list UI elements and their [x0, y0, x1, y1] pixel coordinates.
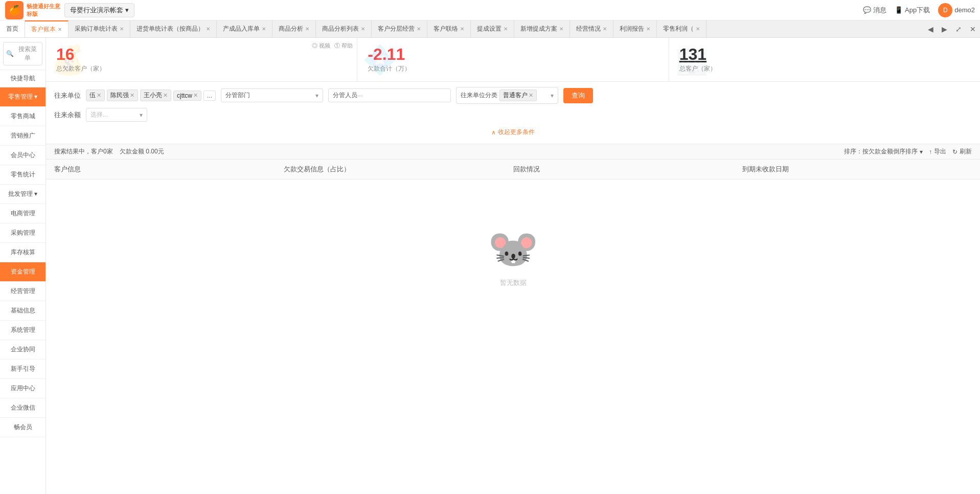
tab-inbound-stats[interactable]: 进货单统计表（按商品） ✕ [130, 20, 217, 38]
sidebar-item-enterprise-wechat[interactable]: 企业微信 [0, 398, 45, 418]
mention-settings-tab-close[interactable]: ✕ [504, 26, 508, 32]
purchase-order-tab-close[interactable]: ✕ [120, 26, 124, 32]
sidebar-item-member-center[interactable]: 会员中心 [0, 146, 45, 165]
stat-total-customers: 🏢 131 总客户（家） [669, 38, 980, 81]
sidebar-item-purchase-mgmt[interactable]: 采购管理 [0, 223, 45, 243]
sidebar-item-capital-mgmt[interactable]: 资金管理 [0, 262, 45, 282]
unit-type-label: 往来单位分类 [461, 91, 497, 100]
export-button[interactable]: ↑ 导出 [929, 147, 946, 156]
tab-home[interactable]: 首页 [0, 20, 25, 38]
collapse-filters-button[interactable]: ∧ 收起更多条件 [54, 126, 972, 139]
new-mention-tab-close[interactable]: ✕ [559, 26, 563, 32]
avatar: D [938, 3, 952, 17]
retail-profit-tab-close[interactable]: ✕ [696, 26, 700, 32]
inbound-stats-tab-label: 进货单统计表（按商品） [136, 25, 204, 33]
customer-type-tag-remove[interactable]: ✕ [529, 92, 533, 99]
sidebar-item-ecommerce[interactable]: 电商管理 [0, 204, 45, 223]
tab-next-icon[interactable]: ▶ [938, 25, 951, 33]
filter-tag-0[interactable]: 伍 ✕ [86, 89, 105, 101]
tab-customer-contact[interactable]: 客户联络 ✕ [427, 20, 471, 38]
tab-close-all-icon[interactable]: ✕ [966, 25, 980, 33]
sidebar-item-wholesale-mgmt[interactable]: 批发管理 ▾ [0, 185, 45, 204]
sidebar-item-inventory[interactable]: 库存核算 [0, 243, 45, 262]
app-download-button[interactable]: 📱 App下载 [895, 6, 930, 15]
refresh-button[interactable]: ↻ 刷新 [952, 147, 972, 156]
tab-product-analysis[interactable]: 商品分析 ✕ [272, 20, 316, 38]
sidebar-item-app-center[interactable]: 应用中心 [0, 379, 45, 398]
tab-product-analysis-list[interactable]: 商品分析列表 ✕ [316, 20, 372, 38]
filter-tag-2[interactable]: 王小亮 ✕ [140, 89, 171, 101]
accounts-tab-close[interactable]: ✕ [58, 27, 62, 32]
text-help-btn-1[interactable]: ① 帮助 [334, 42, 353, 50]
stat-debt-customers-label: 总欠款客户（家） [56, 64, 347, 73]
profit-report-tab-close[interactable]: ✕ [646, 26, 650, 32]
filter-tag-2-remove[interactable]: ✕ [163, 92, 168, 99]
tab-customer-tier[interactable]: 客户分层经营 ✕ [372, 20, 427, 38]
sidebar-item-basic-info[interactable]: 基础信息 [0, 301, 45, 321]
workspace-selector[interactable]: 母婴行业演示帐套 ▾ [64, 3, 134, 17]
unit-type-filter-select[interactable]: 往来单位分类 普通客户 ✕ ▾ [456, 87, 558, 104]
query-button[interactable]: 查询 [563, 88, 593, 103]
tab-cost-inbound[interactable]: 产成品入库单 ✕ [217, 20, 272, 38]
sidebar-item-ops-mgmt[interactable]: 经营管理 [0, 282, 45, 301]
tab-profit-report[interactable]: 利润报告 ✕ [613, 20, 657, 38]
logo: 🍊 畅捷通好生意 标版 [5, 1, 60, 19]
tab-retail-profit[interactable]: 零售利润（ ✕ [657, 20, 706, 38]
tab-accounts[interactable]: 客户账本 ✕ [25, 20, 69, 38]
stat-bg-coin-icon: 💰 [51, 43, 86, 76]
filter-more-btn[interactable]: ... [203, 91, 216, 101]
product-analysis-tab-close[interactable]: ✕ [305, 26, 309, 32]
dept-filter-label: 分管部门 [225, 91, 250, 100]
customer-type-tag[interactable]: 普通客户 ✕ [499, 89, 537, 101]
product-analysis-list-tab-close[interactable]: ✕ [361, 26, 365, 32]
export-icon: ↑ [929, 148, 932, 155]
search-menu-button[interactable]: 🔍 搜索菜单 [3, 42, 42, 65]
sidebar-item-retail-stats[interactable]: 零售统计 [0, 165, 45, 185]
sidebar-item-new-guide[interactable]: 新手引导 [0, 360, 45, 379]
operations-tab-label: 经营情况 [576, 25, 601, 33]
tab-mention-settings[interactable]: 提成设置 ✕ [471, 20, 514, 38]
tab-purchase-order[interactable]: 采购订单统计表 ✕ [69, 20, 130, 38]
customer-contact-tab-close[interactable]: ✕ [460, 26, 464, 32]
filter-tag-0-remove[interactable]: ✕ [97, 92, 101, 99]
sidebar-quick-nav[interactable]: 快捷导航 [0, 70, 45, 87]
sidebar-item-retail-mall[interactable]: 零售商城 [0, 107, 45, 126]
customer-tier-tab-close[interactable]: ✕ [417, 26, 421, 32]
sidebar-item-retail-mgmt[interactable]: 零售管理 ▾ [0, 87, 45, 107]
messages-button[interactable]: 💬 消息 [863, 6, 886, 15]
content-area: 💰 16 总欠款客户（家） ◎ 视频 ① 帮助 💠 -2.11 欠款合计（万） … [46, 38, 980, 494]
balance-filter-select[interactable]: 选择... ▾ [86, 108, 147, 122]
sidebar-item-system-mgmt[interactable]: 系统管理 [0, 321, 45, 340]
marketing-label: 营销推广 [11, 132, 35, 139]
tab-new-mention[interactable]: 新增提成方案 ✕ [514, 20, 570, 38]
filter-tag-1[interactable]: 陈民强 ✕ [107, 89, 138, 101]
main-area: 🔍 搜索菜单 快捷导航 零售管理 ▾ 零售商城 营销推广 会员中心 零售统计 [0, 38, 980, 494]
sidebar-item-enterprise-coop[interactable]: 企业协同 [0, 340, 45, 360]
col-customer-info: 客户信息 [54, 165, 284, 174]
operations-tab-close[interactable]: ✕ [603, 26, 607, 32]
messages-label: 消息 [873, 6, 886, 15]
sidebar-item-marketing[interactable]: 营销推广 [0, 126, 45, 146]
sort-selector[interactable]: 排序：按欠款金额倒序排序 ▾ [844, 147, 923, 156]
person-filter-dots[interactable]: ··· [357, 92, 362, 99]
collapse-label: 收起更多条件 [498, 128, 535, 137]
dept-filter-select[interactable]: 分管部门 ▾ [221, 88, 323, 102]
sidebar-item-vip-member[interactable]: 畅会员 [0, 418, 45, 437]
stat-total-customers-value: 131 [679, 46, 970, 62]
user-profile[interactable]: D demo2 [938, 3, 975, 17]
filter-area: 往来单位 伍 ✕ 陈民强 ✕ 王小亮 ✕ [46, 82, 980, 144]
filter-tag-3[interactable]: cjttcw ✕ [173, 91, 201, 101]
tab-maximize-icon[interactable]: ⤢ [951, 25, 966, 33]
refresh-label: 刷新 [960, 147, 972, 156]
filter-tag-3-remove[interactable]: ✕ [193, 92, 198, 99]
filter-tag-1-remove[interactable]: ✕ [130, 92, 134, 99]
cost-inbound-tab-close[interactable]: ✕ [262, 26, 266, 32]
inbound-stats-tab-close[interactable]: ✕ [206, 26, 210, 32]
video-help-btn-1[interactable]: ◎ 视频 [312, 42, 330, 50]
tab-operations[interactable]: 经营情况 ✕ [570, 20, 613, 38]
person-filter-select[interactable]: 分管人员 ··· [328, 88, 451, 102]
tab-prev-icon[interactable]: ◀ [924, 25, 938, 33]
ops-mgmt-label: 经营管理 [11, 287, 35, 295]
logo-icon: 🍊 [5, 1, 24, 19]
stat-total-customers-label: 总客户（家） [679, 64, 970, 73]
